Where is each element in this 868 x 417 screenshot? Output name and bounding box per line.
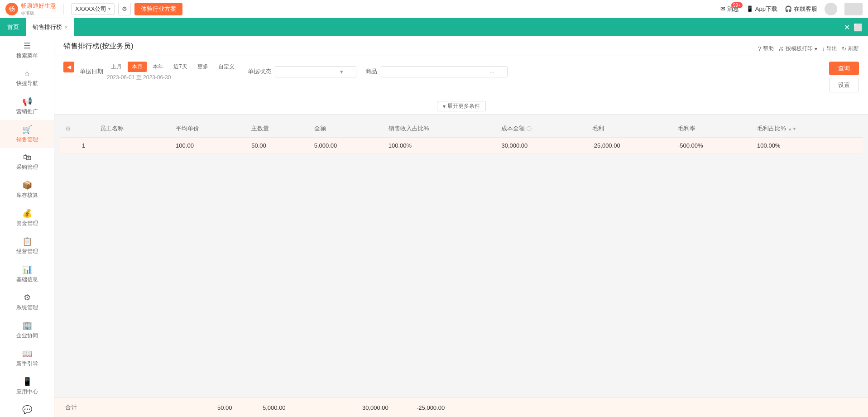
restore-window-icon[interactable]: ⬜	[854, 23, 863, 32]
sidebar-item-label: 营销推广	[16, 108, 38, 115]
footer-amount: 5,000.00	[257, 403, 302, 413]
app-name: 畅康通好生意	[21, 2, 56, 10]
basics-icon: 📊	[22, 264, 32, 274]
filter-settings-button[interactable]: 设置	[829, 78, 859, 92]
filter-fields: 单据日期 上月 本月 本年 近7天 更多 自定义 2023-06-01 至 20…	[80, 62, 824, 81]
status-filter-group: 单据状态 ▾	[248, 66, 356, 77]
sidebar-item-guide[interactable]: 📖 新手引导	[0, 344, 54, 372]
sidebar-item-label: 搜索菜单	[16, 52, 38, 60]
date-tab-current-year[interactable]: 本年	[149, 62, 168, 72]
sidebar-item-sales[interactable]: 🛒 销售管理	[0, 120, 54, 148]
app-download-label: App下载	[755, 5, 777, 13]
inventory-icon: 📦	[22, 180, 32, 190]
tab-home[interactable]: 首页	[0, 18, 26, 36]
sidebar-item-app-center[interactable]: 📱 应用中心	[0, 372, 54, 400]
footer-label: 合计	[60, 402, 94, 413]
sidebar-item-label: 资金管理	[16, 220, 38, 227]
sidebar-item-label: 销售管理	[16, 136, 38, 144]
sidebar-item-label: 企业协同	[16, 332, 38, 340]
industry-btn[interactable]: 体验行业方案	[134, 3, 182, 15]
cell-amount: 5,000.00	[309, 138, 383, 154]
collapse-arrow-button[interactable]: ◀	[63, 62, 74, 72]
top-bar: 畅 畅康通好生意 标准版 XXXXX公司 ▾ ⚙ 体验行业方案 ✉ 消息 99+…	[0, 0, 868, 18]
sidebar-item-label: 库存核算	[16, 192, 38, 199]
sidebar-item-corp[interactable]: 🏢 企业协同	[0, 316, 54, 344]
date-tab-prev-month[interactable]: 上月	[107, 62, 126, 72]
employee-name-header-label: 员工名称	[100, 125, 124, 133]
logo-text: 畅康通好生意 标准版	[21, 2, 56, 16]
sidebar-item-operations[interactable]: 📋 经营管理	[0, 232, 54, 260]
divider	[63, 4, 64, 14]
template-print-button[interactable]: 🖨 按模板打印 ▾	[778, 45, 817, 53]
sidebar-item-system[interactable]: ⚙ 系统管理	[0, 288, 54, 316]
cell-employee-name	[95, 138, 170, 154]
logo[interactable]: 畅 畅康通好生意 标准版	[5, 2, 56, 16]
profit-ratio-sort-icon[interactable]: ▲▼	[788, 126, 797, 131]
marketing-icon: 📢	[22, 96, 32, 106]
profit-rate-header-label: 毛利率	[678, 125, 695, 133]
date-tab-current-month[interactable]: 本月	[128, 62, 147, 72]
message-icon: ✉	[720, 5, 725, 12]
settings-button[interactable]: ⚙	[118, 3, 131, 15]
help-button[interactable]: ? 帮助	[758, 45, 774, 53]
expand-conditions-button[interactable]: ▾ 展开更多条件	[437, 101, 486, 111]
refresh-button[interactable]: ↻ 刷新	[842, 45, 859, 53]
sidebar-item-finance[interactable]: 💰 资金管理	[0, 204, 54, 232]
cell-settings	[60, 138, 77, 154]
status-filter-label: 单据状态	[248, 67, 271, 76]
date-tabs: 上月 本月 本年 近7天 更多 自定义	[107, 62, 239, 72]
user-info[interactable]	[844, 3, 863, 15]
page-header: 销售排行榜(按业务员) ? 帮助 🖨 按模板打印 ▾ ↓ 导出 ↻ 刷新	[54, 36, 868, 56]
th-employee-name: 员工名称	[95, 120, 170, 138]
status-select-value	[279, 68, 281, 75]
goods-select[interactable]: ···	[381, 66, 508, 77]
query-button[interactable]: 查询	[829, 62, 859, 75]
sidebar-item-basics[interactable]: 📊 基础信息	[0, 260, 54, 288]
home-icon: ⌂	[24, 69, 29, 78]
online-service-button[interactable]: 🎧 在线客服	[785, 5, 817, 13]
app-download-button[interactable]: 📱 App下载	[746, 5, 777, 13]
expand-row: ▾ 展开更多条件	[54, 98, 868, 115]
current-tab-label: 销售排行榜	[33, 23, 62, 31]
sidebar-item-quick-nav[interactable]: ⌂ 快捷导航	[0, 64, 54, 92]
date-range-display: 2023-06-01 至 2023-06-30	[107, 74, 239, 81]
date-tab-more[interactable]: 更多	[193, 62, 212, 72]
sidebar-item-marketing[interactable]: 📢 营销推广	[0, 92, 54, 120]
top-bar-right: ✉ 消息 99+ 📱 App下载 🎧 在线客服	[720, 3, 863, 15]
sidebar-item-label: 基础信息	[16, 276, 38, 283]
th-settings: ⚙	[60, 120, 77, 138]
purchase-icon: 🛍	[23, 153, 31, 162]
close-window-icon[interactable]: ✕	[844, 23, 850, 32]
sidebar-item-label: 快捷导航	[16, 80, 38, 87]
tab-close-icon[interactable]: ×	[65, 24, 67, 30]
export-button[interactable]: ↓ 导出	[822, 45, 837, 53]
sidebar-item-purchase[interactable]: 🛍 采购管理	[0, 148, 54, 176]
sales-icon: 🛒	[22, 125, 32, 134]
status-select[interactable]: ▾	[275, 66, 356, 77]
th-profit-rate: 毛利率	[672, 120, 752, 138]
phone-icon: 📱	[746, 5, 753, 12]
company-selector[interactable]: XXXXX公司 ▾	[71, 3, 115, 15]
th-rank	[77, 120, 95, 138]
sidebar-item-wechat[interactable]: 💬 企业微信	[0, 400, 54, 417]
sidebar-item-label: 经营管理	[16, 248, 38, 255]
cell-rank: 1	[77, 138, 95, 154]
cell-profit-rate: -500.00%	[672, 138, 752, 154]
th-quantity: 主数量	[246, 120, 309, 138]
footer-profit: -25,000.00	[411, 403, 465, 413]
help-label: 帮助	[763, 45, 774, 53]
sidebar-item-search[interactable]: ☰ 搜索菜单	[0, 36, 54, 64]
column-settings-icon[interactable]: ⚙	[65, 125, 71, 132]
app-center-icon: 📱	[22, 377, 32, 387]
sidebar-item-inventory[interactable]: 📦 库存核算	[0, 176, 54, 204]
cell-sales-ratio: 100.00%	[383, 138, 496, 154]
message-button[interactable]: ✉ 消息 99+	[720, 5, 739, 13]
tab-sales-ranking[interactable]: 销售排行榜 ×	[26, 18, 74, 36]
th-cost: 成本全额 ⓘ	[496, 120, 586, 138]
footer-avg-space	[167, 406, 212, 409]
date-tab-7days[interactable]: 近7天	[169, 62, 192, 72]
avatar[interactable]	[825, 3, 837, 15]
cost-info-icon[interactable]: ⓘ	[527, 125, 532, 132]
date-tab-custom[interactable]: 自定义	[214, 62, 239, 72]
tab-bar-right: ✕ ⬜	[844, 23, 868, 32]
